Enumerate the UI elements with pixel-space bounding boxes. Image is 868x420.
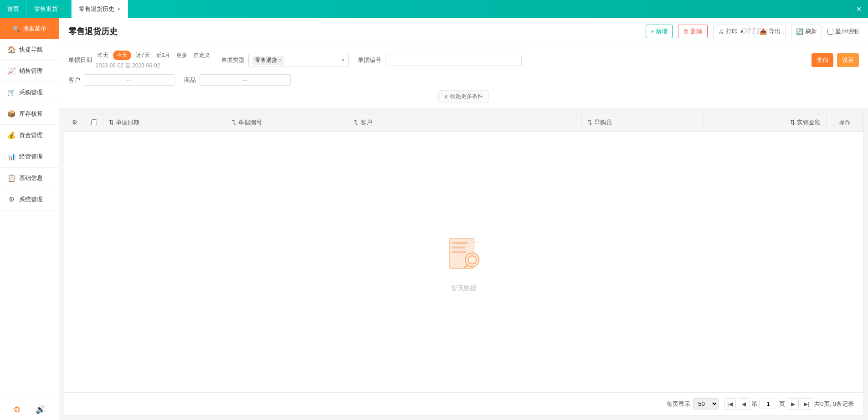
collapse-row: ∧ 收起更多条件 (68, 90, 859, 102)
page-title: 零售退货历史 (68, 26, 118, 37)
refresh-button[interactable]: 🔄 刷新 (791, 25, 822, 38)
sales-icon: 📈 (7, 67, 15, 75)
goods-input[interactable]: ··· (200, 74, 291, 86)
date-shortcuts: 昨天 今天 近7天 近1月 更多 自定义 (96, 51, 212, 60)
svg-rect-1 (452, 242, 467, 244)
svg-rect-2 (452, 246, 465, 248)
tab-home[interactable]: 首页 (0, 0, 27, 18)
table-area: ⚙ ⇅ 单据日期 ⇅ 单据编号 ⇅ 客户 ⇅ (64, 113, 863, 415)
page-title-row: 零售退货历史 + 新增 🗑 删除 🖨 打印 ▼ 📤 导出 (68, 25, 859, 38)
sidebar-footer: ⚙ 🔊 (0, 399, 59, 420)
sort-icon-amount: ⇅ (790, 119, 795, 126)
empty-text: 暂无数据 (451, 284, 477, 292)
export-icon: 📤 (760, 28, 767, 35)
customer-input[interactable]: ··· (84, 74, 175, 86)
sidebar: 🔍 搜索菜单 🏠 快捷导航 📈 销售管理 🛒 采购管理 📦 库存核算 💰 资金管… (0, 18, 59, 420)
date-btn-7days[interactable]: 近7天 (134, 51, 152, 60)
date-btn-more[interactable]: 更多 (175, 51, 189, 60)
tab-retail-return[interactable]: 零售退货 × (27, 0, 72, 18)
table-header: ⚙ ⇅ 单据日期 ⇅ 单据编号 ⇅ 客户 ⇅ (64, 113, 863, 132)
search-icon: 🔍 (13, 26, 20, 32)
page-size-select[interactable]: 10 20 50 100 (693, 398, 719, 410)
empty-state: 暂无数据 (64, 132, 863, 392)
page-size-control: 每页显示 10 20 50 100 (667, 398, 719, 410)
finance-icon: 💰 (7, 131, 15, 139)
sort-icon-guide: ⇅ (587, 119, 592, 126)
th-checkbox[interactable] (85, 113, 103, 131)
window-close-button[interactable]: × (850, 0, 868, 18)
date-btn-today[interactable]: 今天 (113, 51, 131, 60)
pagination-nav: |◀ ◀ 第 页 ▶ ▶| 共0页, 0条记录 (724, 398, 854, 410)
date-btn-custom[interactable]: 自定义 (192, 51, 212, 60)
sidebar-search[interactable]: 🔍 搜索菜单 (0, 18, 59, 39)
tab-list: 首页 零售退货 × 零售退货历史 × (0, 0, 850, 18)
th-guide[interactable]: ⇅ 导购员 (582, 113, 704, 131)
purchase-icon: 🛒 (7, 88, 15, 97)
tab-retail-return-close[interactable]: × (61, 6, 64, 12)
prev-page-button[interactable]: ◀ (738, 398, 750, 410)
th-customer[interactable]: ⇅ 客户 (348, 113, 581, 131)
add-button[interactable]: + 新增 (646, 25, 673, 38)
sort-icon-customer: ⇅ (354, 119, 359, 126)
system-icon: ⚙ (7, 195, 15, 204)
th-amount[interactable]: ⇅ 实销金额 (704, 113, 827, 131)
sidebar-item-finance[interactable]: 💰 资金管理 (0, 125, 59, 146)
delete-button[interactable]: 🗑 删除 (678, 25, 708, 38)
sidebar-item-operations[interactable]: 📊 经营管理 (0, 146, 59, 168)
export-button[interactable]: 📤 导出 (755, 25, 786, 38)
page-header: 零售退货历史 + 新增 🗑 删除 🖨 打印 ▼ 📤 导出 (59, 18, 868, 45)
type-select[interactable]: 零售退货 × ▾ (248, 54, 349, 67)
action-buttons: 查询 设置 (812, 53, 859, 67)
collapse-button[interactable]: ∧ 收起更多条件 (438, 90, 489, 102)
filter-row-1: 单据日期 昨天 今天 近7天 近1月 更多 自定义 2023-06-02 至 2… (68, 51, 859, 70)
gear-icon: ⚙ (72, 119, 77, 126)
select-all-checkbox[interactable] (91, 119, 97, 125)
basicinfo-icon: 📋 (7, 174, 15, 182)
print-button[interactable]: 🖨 打印 ▼ (713, 25, 749, 38)
content-area: 零售退货历史 + 新增 🗑 删除 🖨 打印 ▼ 📤 导出 (59, 18, 868, 420)
query-button[interactable]: 查询 (812, 53, 833, 67)
settings-footer-icon[interactable]: ⚙ (13, 405, 21, 415)
th-settings[interactable]: ⚙ (64, 113, 85, 131)
sidebar-item-basic-info[interactable]: 📋 基础信息 (0, 168, 59, 189)
last-page-button[interactable]: ▶| (801, 398, 812, 410)
page-unit-label: 页 (779, 400, 785, 408)
date-btn-1month[interactable]: 近1月 (154, 51, 172, 60)
svg-rect-3 (452, 251, 466, 253)
delete-icon: 🗑 (683, 28, 689, 35)
date-range-text: 2023-06-02 至 2023-06-02 (96, 62, 212, 70)
show-detail-checkbox-label[interactable]: 显示明细 (827, 27, 859, 36)
sidebar-item-sales[interactable]: 📈 销售管理 (0, 61, 59, 82)
type-filter: 单据类型 零售退货 × ▾ (221, 54, 349, 67)
top-bar: 首页 零售退货 × 零售退货历史 × × (0, 0, 868, 18)
empty-icon (441, 231, 487, 277)
page-number-input[interactable] (759, 399, 777, 409)
tab-retail-return-history-close[interactable]: × (117, 6, 120, 12)
sidebar-item-inventory[interactable]: 📦 库存核算 (0, 103, 59, 125)
print-icon: 🖨 (718, 28, 724, 35)
sort-icon-number: ⇅ (231, 119, 236, 126)
number-filter: 单据编号 (358, 55, 522, 66)
print-dropdown-icon: ▼ (740, 29, 744, 34)
th-action: 操作 (827, 113, 863, 131)
th-number[interactable]: ⇅ 单据编号 (226, 113, 349, 131)
filter-row-2: 客户 ··· 商品 ··· (68, 74, 859, 86)
date-btn-yesterday[interactable]: 昨天 (96, 51, 110, 60)
type-tag-close[interactable]: × (278, 57, 281, 63)
sidebar-item-purchase[interactable]: 🛒 采购管理 (0, 82, 59, 103)
settings-button[interactable]: 设置 (837, 53, 859, 67)
sidebar-item-system[interactable]: ⚙ 系统管理 (0, 189, 59, 210)
show-detail-checkbox[interactable] (827, 29, 833, 35)
number-input[interactable] (385, 55, 522, 66)
type-tag: 零售退货 × (252, 56, 284, 65)
chevron-up-icon: ∧ (444, 93, 448, 100)
next-page-button[interactable]: ▶ (787, 398, 799, 410)
goods-filter: 商品 ··· (184, 74, 291, 86)
refresh-icon: 🔄 (796, 28, 803, 35)
tab-retail-return-history[interactable]: 零售退货历史 × (72, 0, 128, 18)
th-date[interactable]: ⇅ 单据日期 (103, 113, 226, 131)
sound-footer-icon[interactable]: 🔊 (36, 405, 46, 415)
toolbar: + 新增 🗑 删除 🖨 打印 ▼ 📤 导出 🔄 (646, 25, 859, 38)
sidebar-item-quick-nav[interactable]: 🏠 快捷导航 (0, 39, 59, 61)
first-page-button[interactable]: |◀ (724, 398, 736, 410)
